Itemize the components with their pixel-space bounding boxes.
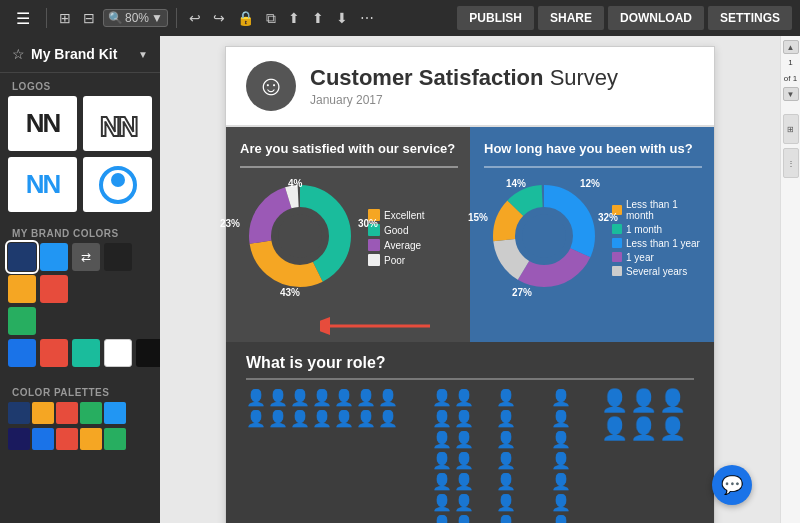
person-icon: 👤: [268, 388, 288, 407]
people-group-orange: 👤 👤 👤 👤 👤 👤 👤 👤 👤 👤: [496, 388, 531, 523]
logo-nn-dark[interactable]: NN: [8, 96, 77, 151]
color-swatch-red[interactable]: [40, 275, 68, 303]
scroll-down-button[interactable]: ▼: [783, 87, 799, 101]
person-icon: 👤: [246, 388, 266, 407]
infographic: ☺ Customer Satisfaction Survey January 2…: [225, 46, 715, 523]
person-icon: 👤: [378, 388, 398, 407]
logo-nn-blue[interactable]: NN: [8, 157, 77, 212]
brand-colors-label: MY BRAND COLORS: [0, 220, 160, 243]
legend-1month: 1 month: [612, 224, 702, 235]
color-swatch-blue[interactable]: [40, 243, 68, 271]
hamburger-menu[interactable]: ☰: [8, 5, 38, 32]
chart-right-donut-container: 14% 12% 32% 27% 15% Less than 1 month: [484, 176, 702, 300]
palette-2-swatch-3: [56, 428, 78, 450]
people-group-single-teal: 👤 👤 👤 👤 👤 👤: [601, 388, 694, 523]
infographic-title: Customer Satisfaction Survey: [310, 65, 618, 91]
palette-1-swatch-3: [56, 402, 78, 424]
color-swatch-orange[interactable]: [8, 275, 36, 303]
download-button[interactable]: DOWNLOAD: [608, 6, 704, 30]
person-icon: 👤: [454, 472, 474, 491]
person-icon: 👤: [334, 409, 354, 428]
chat-bubble[interactable]: 💬: [712, 465, 752, 505]
infographic-subtitle: January 2017: [310, 93, 618, 107]
person-icon: 👤: [246, 409, 266, 428]
person-icon: 👤: [551, 451, 571, 470]
brand-kit-title: My Brand Kit: [31, 46, 132, 62]
settings-button[interactable]: SETTINGS: [708, 6, 792, 30]
person-icon-large: 👤: [630, 388, 657, 414]
smiley-icon: ☺: [246, 61, 296, 111]
infographic-header: ☺ Customer Satisfaction Survey January 2…: [226, 47, 714, 127]
person-icon: 👤: [496, 409, 516, 428]
color-swatch-gray[interactable]: ⇄: [72, 243, 100, 271]
donut-right-label-left: 15%: [468, 212, 488, 223]
person-icon: 👤: [432, 430, 452, 449]
toolbar: ☰ ⊞ ⊟ 🔍 80% ▼ ↩ ↪ 🔒 ⧉ ⬆ ⬆ ⬇ ⋯ PUBLISH SH…: [0, 0, 800, 36]
donut-chart-right: [484, 176, 604, 296]
infographic-title-block: Customer Satisfaction Survey January 201…: [310, 65, 618, 107]
lock-icon[interactable]: 🔒: [233, 8, 258, 28]
color-swatch-blue2[interactable]: [8, 339, 36, 367]
undo-icon[interactable]: ↩: [185, 8, 205, 28]
person-icon: 👤: [496, 430, 516, 449]
donut-right-label-right: 32%: [598, 212, 618, 223]
zoom-control[interactable]: 🔍 80% ▼: [103, 9, 168, 27]
person-icon: 👤: [551, 388, 571, 407]
share-button[interactable]: SHARE: [538, 6, 604, 30]
color-swatch-dark-blue[interactable]: [8, 243, 36, 271]
chart-left-divider: [240, 166, 458, 168]
color-swatch-white[interactable]: [104, 339, 132, 367]
palette-2-swatch-4: [80, 428, 102, 450]
person-icon: 👤: [551, 514, 571, 523]
star-icon: ☆: [12, 46, 25, 62]
color-swatch-teal[interactable]: [72, 339, 100, 367]
color-swatch-green[interactable]: [8, 307, 36, 335]
person-icon: 👤: [290, 409, 310, 428]
color-swatch-dark[interactable]: [104, 243, 132, 271]
people-group-teal: 👤 👤 👤 👤 👤 👤 👤 👤 👤 👤 👤 👤: [432, 388, 475, 523]
role-divider: [246, 378, 694, 380]
brand-color-row-4: [8, 339, 152, 367]
align-icon-2[interactable]: ⬆: [308, 8, 328, 28]
right-tool-2[interactable]: ⋮: [783, 148, 799, 178]
person-icon: 👤: [551, 430, 571, 449]
logo-circle-blue[interactable]: [83, 157, 152, 212]
palette-row-1[interactable]: [8, 402, 152, 424]
palette-row-2[interactable]: [8, 428, 152, 450]
right-tool-1[interactable]: ⊞: [783, 114, 799, 144]
logo-nn-outline[interactable]: NN: [83, 96, 152, 151]
align-up-icon[interactable]: ⬆: [284, 8, 304, 28]
brand-colors-section: ⇄: [0, 243, 160, 379]
legend-lt1year: Less than 1 year: [612, 238, 702, 249]
donut-label-left: 23%: [220, 218, 240, 229]
person-icon: 👤: [454, 388, 474, 407]
person-icon: 👤: [496, 388, 516, 407]
donut-chart-left: [240, 176, 360, 296]
logos-grid: NN NN NN: [0, 96, 160, 220]
more-icon[interactable]: ⋯: [356, 8, 378, 28]
donut-right-label-topleft: 14%: [506, 178, 526, 189]
color-swatch-black[interactable]: [136, 339, 160, 367]
color-swatch-red2[interactable]: [40, 339, 68, 367]
person-icon: 👤: [496, 472, 516, 491]
brand-kit-header[interactable]: ☆ My Brand Kit ▼: [0, 36, 160, 73]
person-icon: 👤: [356, 388, 376, 407]
donut-label-bottom: 43%: [280, 287, 300, 298]
palette-1-swatch-5: [104, 402, 126, 424]
person-icon: 👤: [496, 451, 516, 470]
toolbar-icon-2[interactable]: ⊟: [79, 8, 99, 28]
person-icon: 👤: [454, 493, 474, 512]
sidebar: ☆ My Brand Kit ▼ LOGOS NN NN NN MY BRAND…: [0, 36, 160, 523]
palette-1-swatch-4: [80, 402, 102, 424]
redo-icon[interactable]: ↪: [209, 8, 229, 28]
align-down-icon[interactable]: ⬇: [332, 8, 352, 28]
chart-right-divider: [484, 166, 702, 168]
publish-button[interactable]: PUBLISH: [457, 6, 534, 30]
scroll-up-button[interactable]: ▲: [783, 40, 799, 54]
person-icon: 👤: [454, 514, 474, 523]
copy-icon[interactable]: ⧉: [262, 8, 280, 29]
svg-point-13: [522, 214, 566, 258]
person-icon: 👤: [290, 388, 310, 407]
toolbar-icon-1[interactable]: ⊞: [55, 8, 75, 28]
brand-color-row-3: [8, 307, 152, 335]
